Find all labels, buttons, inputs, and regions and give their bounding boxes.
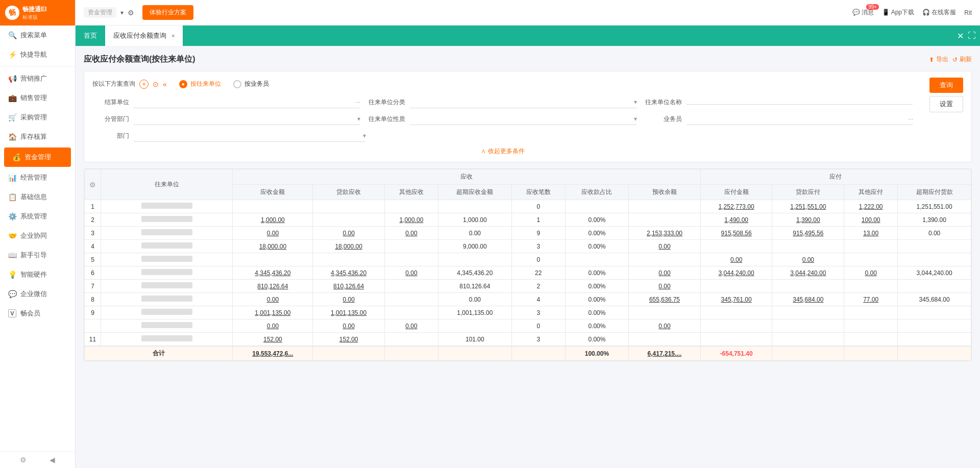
row-cell[interactable]: 0.00 (700, 253, 772, 266)
filter-select-dept[interactable]: ▾ (133, 130, 366, 142)
row-cell[interactable]: 1,390.00 (772, 213, 844, 227)
query-button[interactable]: 查询 (929, 78, 963, 93)
row-cell[interactable]: 1,001,135.00 (233, 306, 313, 319)
row-cell[interactable]: 18,000.00 (313, 240, 385, 253)
row-cell[interactable]: 100.00 (844, 213, 898, 227)
footer-receivable-amount[interactable]: 19,553,472,6... (233, 346, 313, 361)
row-cell[interactable] (772, 333, 844, 347)
row-cell[interactable]: 0.00 (629, 319, 701, 333)
row-cell[interactable]: 1,000.00 (233, 213, 313, 227)
settings-button[interactable]: 设置 (929, 96, 963, 112)
online-service-btn[interactable]: 🎧 在线客服 (922, 8, 956, 17)
row-cell[interactable]: 3,044,240.00 (700, 266, 772, 280)
scheme-option-salesperson[interactable]: 按业务员 (229, 78, 273, 90)
row-cell[interactable] (313, 253, 385, 266)
row-cell[interactable]: 1,251,551.00 (772, 200, 844, 213)
row-cell[interactable] (313, 213, 385, 227)
filter-collapse-btn[interactable]: ∧ 收起更多条件 (92, 147, 913, 156)
row-cell[interactable]: 0.00 (629, 240, 701, 253)
table-settings-icon[interactable]: ⚙ (89, 181, 96, 189)
user-profile[interactable]: Rit (964, 9, 972, 16)
row-cell[interactable]: 0.00 (384, 266, 438, 280)
row-cell[interactable] (384, 240, 438, 253)
sidebar-item-collab[interactable]: 🤝 企业协同 (0, 226, 75, 245)
row-cell[interactable]: 1,222.00 (844, 200, 898, 213)
sidebar-item-system[interactable]: ⚙️ 系统管理 (0, 207, 75, 226)
row-cell[interactable] (844, 319, 898, 333)
row-cell[interactable]: 1,490.00 (700, 213, 772, 227)
filter-select-category[interactable]: ▾ (409, 96, 636, 108)
sidebar-item-member[interactable]: V 畅会员 (0, 304, 75, 323)
row-cell[interactable]: 0.00 (629, 280, 701, 293)
row-cell[interactable]: 2,153,333.00 (629, 227, 701, 240)
export-button[interactable]: ⬆ 导出 (929, 55, 948, 64)
row-cell[interactable] (233, 200, 313, 213)
row-cell[interactable]: 0.00 (233, 227, 313, 240)
topbar-dropdown-arrow[interactable]: ▾ (120, 9, 124, 16)
sidebar-item-hardware[interactable]: 💡 智能硬件 (0, 265, 75, 284)
row-cell[interactable]: 810,126.64 (313, 280, 385, 293)
row-cell[interactable] (772, 306, 844, 319)
filter-select-dept-manager[interactable]: ▾ (133, 113, 360, 125)
row-cell[interactable] (772, 280, 844, 293)
row-cell[interactable]: 0.00 (233, 319, 313, 333)
filter-select-partner-nature[interactable]: ▾ (409, 113, 636, 125)
row-cell[interactable]: 0.00 (384, 319, 438, 333)
sidebar-item-search[interactable]: 🔍 搜索菜单 (0, 26, 75, 45)
row-cell[interactable] (844, 253, 898, 266)
row-cell[interactable]: 810,126.64 (233, 280, 313, 293)
promo-button[interactable]: 体验行业方案 (142, 5, 193, 20)
scheme-option-partner[interactable]: ● 按往来单位 (175, 78, 225, 90)
row-cell[interactable]: 0.00 (844, 266, 898, 280)
app-download-btn[interactable]: 📱 App下载 (882, 8, 914, 17)
row-cell[interactable]: 13.00 (844, 227, 898, 240)
row-cell[interactable] (384, 200, 438, 213)
refresh-button[interactable]: ↺ 刷新 (952, 55, 972, 64)
filter-select-settlement[interactable]: ··· (133, 96, 360, 108)
row-cell[interactable]: 0.00 (313, 319, 385, 333)
sidebar-item-wechat[interactable]: 💬 企业微信 (0, 284, 75, 304)
row-cell[interactable] (700, 333, 772, 347)
row-cell[interactable] (629, 213, 701, 227)
message-badge[interactable]: 💬 消息 99+ (852, 8, 874, 17)
sidebar-item-finance[interactable]: 💰 资金管理 (4, 147, 71, 167)
row-cell[interactable] (700, 280, 772, 293)
row-cell[interactable] (844, 240, 898, 253)
row-cell[interactable] (384, 306, 438, 319)
sidebar-item-quicknav[interactable]: ⚡ 快捷导航 (0, 45, 75, 64)
row-cell[interactable]: 3,044,240.00 (772, 266, 844, 280)
row-cell[interactable] (772, 319, 844, 333)
row-cell[interactable] (844, 306, 898, 319)
row-cell[interactable]: 0.00 (772, 253, 844, 266)
row-cell[interactable] (700, 319, 772, 333)
sidebar-item-purchase[interactable]: 🛒 采购管理 (0, 108, 75, 127)
row-cell[interactable] (844, 333, 898, 347)
tab-close-window-btn[interactable]: ✕ (957, 31, 964, 41)
row-cell[interactable]: 152.00 (233, 333, 313, 347)
filter-select-partner-name[interactable] (686, 100, 913, 105)
tab-current[interactable]: 应收应付余额查询 × (105, 26, 183, 46)
row-cell[interactable]: 915,508.56 (700, 227, 772, 240)
footer-prepaid-balance[interactable]: 6,417,215.... (629, 346, 701, 361)
row-cell[interactable] (384, 253, 438, 266)
row-cell[interactable]: 345,684.00 (772, 293, 844, 306)
row-cell[interactable]: 0.00 (233, 293, 313, 306)
topbar-gear-icon[interactable]: ⚙ (128, 9, 134, 17)
row-cell[interactable] (629, 333, 701, 347)
row-cell[interactable]: 18,000.00 (233, 240, 313, 253)
row-cell[interactable] (844, 280, 898, 293)
row-cell[interactable] (772, 240, 844, 253)
filter-settings-icon[interactable]: ⊙ (153, 80, 159, 88)
row-cell[interactable]: 0.00 (313, 227, 385, 240)
sidebar-item-marketing[interactable]: 📢 营销推广 (0, 69, 75, 88)
tab-home[interactable]: 首页 (76, 26, 105, 46)
sidebar-item-guide[interactable]: 📖 新手引导 (0, 245, 75, 265)
row-cell[interactable] (629, 253, 701, 266)
row-cell[interactable] (384, 333, 438, 347)
filter-add-btn[interactable]: + (139, 80, 149, 89)
row-cell[interactable] (629, 306, 701, 319)
row-cell[interactable]: 4,345,436.20 (233, 266, 313, 280)
row-cell[interactable]: 915,495.56 (772, 227, 844, 240)
row-cell[interactable] (313, 200, 385, 213)
sidebar-item-basic-info[interactable]: 📋 基础信息 (0, 187, 75, 207)
